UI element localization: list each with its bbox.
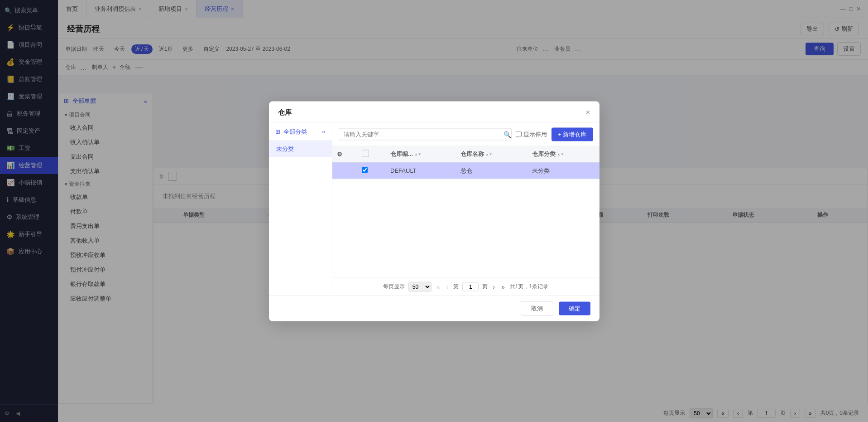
- dialog-header: 仓库 ×: [269, 101, 599, 123]
- show-disabled-text: 显示停用: [523, 130, 547, 138]
- dialog-page-label: 第: [453, 283, 459, 291]
- dialog-select-all[interactable]: [362, 150, 369, 157]
- settings2-icon[interactable]: ⚙: [337, 150, 342, 157]
- show-disabled-checkbox[interactable]: [516, 131, 522, 137]
- dialog-toolbar: 🔍 显示停用 + 新增仓库: [332, 123, 599, 146]
- row-checkbox[interactable]: [357, 162, 386, 179]
- dialog-next-last-btn[interactable]: »: [500, 283, 506, 290]
- confirm-button[interactable]: 确定: [559, 301, 590, 315]
- dialog-per-page-select[interactable]: 50 100: [408, 281, 432, 291]
- row-code: DEFAULT: [386, 162, 456, 179]
- sort-code-icon: ▲▼: [414, 152, 422, 156]
- dialog-collapse-icon[interactable]: «: [322, 128, 325, 135]
- dialog-page-unit: 页: [482, 283, 488, 291]
- dialog-left-header[interactable]: ⊞ 全部分类 «: [269, 123, 332, 141]
- dialog-right-panel: 🔍 显示停用 + 新增仓库 ⚙: [332, 123, 599, 295]
- dth-category: 仓库分类 ▲▼: [528, 146, 599, 162]
- row-select-checkbox[interactable]: [362, 167, 368, 173]
- dialog-page-input[interactable]: [462, 282, 479, 291]
- dialog-prev-btn[interactable]: ‹: [445, 283, 450, 290]
- show-disabled-label[interactable]: 显示停用: [516, 130, 547, 138]
- dialog-left-panel: ⊞ 全部分类 « 未分类: [269, 123, 332, 295]
- dialog-table-header: ⚙ 仓库编... ▲▼: [332, 146, 599, 162]
- dialog-footer: 取消 确定: [269, 295, 599, 321]
- sort-name-icon: ▲▼: [485, 152, 493, 156]
- dth-checkbox: [357, 146, 386, 162]
- dth-code: 仓库编... ▲▼: [386, 146, 456, 162]
- dialog-search-input[interactable]: [339, 128, 512, 141]
- dialog-table: ⚙ 仓库编... ▲▼: [332, 146, 599, 179]
- row-settings: [332, 162, 358, 179]
- dialog-search-icon: 🔍: [504, 131, 511, 138]
- dialog-pagination: 每页显示 50 100 « ‹ 第 页 › » 共1页，1条记录: [332, 277, 599, 295]
- cancel-button[interactable]: 取消: [521, 301, 553, 315]
- dialog-close-button[interactable]: ×: [585, 107, 590, 117]
- row-name: 总仓: [456, 162, 528, 179]
- dialog-title: 仓库: [278, 108, 292, 116]
- dialog-next-btn[interactable]: ›: [491, 283, 496, 290]
- add-warehouse-button[interactable]: + 新增仓库: [551, 127, 593, 141]
- dialog-per-page-label: 每页显示: [383, 283, 405, 291]
- dialog-table-wrap: ⚙ 仓库编... ▲▼: [332, 146, 599, 277]
- dialog-all-category-label: ⊞ 全部分类: [275, 127, 307, 136]
- dth-settings: ⚙: [332, 146, 358, 162]
- dialog-body: ⊞ 全部分类 « 未分类 🔍 显示停用 + 新增仓库: [269, 123, 599, 295]
- dialog-table-row[interactable]: DEFAULT 总仓 未分类: [332, 162, 599, 179]
- dialog-category-unclassified[interactable]: 未分类: [269, 141, 332, 157]
- dialog-total-label: 共1页，1条记录: [510, 283, 548, 291]
- sort-cat-icon: ▲▼: [557, 152, 564, 156]
- warehouse-dialog: 仓库 × ⊞ 全部分类 « 未分类 🔍: [269, 101, 599, 321]
- dialog-prev-first-btn[interactable]: «: [435, 283, 441, 290]
- grid2-icon: ⊞: [275, 128, 280, 135]
- dth-name: 仓库名称 ▲▼: [456, 146, 528, 162]
- row-category: 未分类: [528, 162, 599, 179]
